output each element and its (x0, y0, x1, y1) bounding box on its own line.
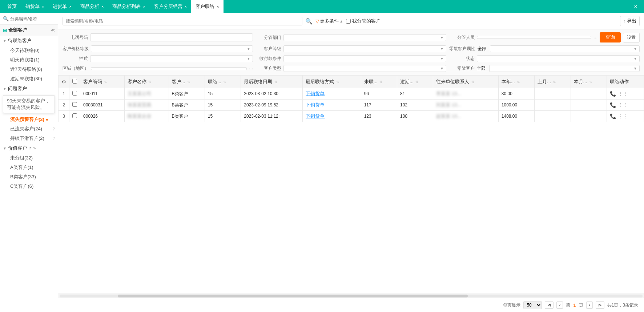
row3-actions: 📞 ⋮⋮ (607, 111, 644, 122)
all-customers-header[interactable]: ⊞ 全部客户 ≪ (0, 25, 58, 36)
row2-phone-icon[interactable]: 📞 (610, 102, 616, 108)
row3-num: 3 (59, 111, 69, 122)
th-this-month[interactable]: 本月... ⇅ (571, 76, 607, 88)
payment-select[interactable]: ▼ (283, 55, 446, 62)
main-search-button[interactable]: 🔍 (305, 18, 313, 25)
customer-level-select[interactable]: ▼ (283, 45, 446, 52)
settings-gear-icon[interactable]: ⚙ (62, 79, 66, 85)
th-customer-type[interactable]: 客户... ⇅ (169, 76, 205, 88)
last-page-button[interactable]: ⊳ (596, 301, 604, 309)
zero-retail-select2[interactable]: ▼ (489, 65, 640, 72)
filter-row-status: 状态 ▼ (449, 55, 640, 62)
row2-method[interactable]: 下销货单 (303, 100, 361, 111)
horizontal-scrollbar[interactable] (58, 293, 644, 298)
close-tab-customer-tier[interactable]: × (185, 4, 187, 9)
th-last-contact-method[interactable]: 最后联络方式 ⇅ (303, 76, 361, 88)
row2-more-icon[interactable]: ⋮⋮ (618, 102, 628, 108)
price-level-select[interactable]: ▼ (91, 45, 253, 52)
row3-phone-icon[interactable]: 📞 (610, 113, 616, 119)
filter-icon: ▽ (315, 19, 319, 24)
sidebar-item-class-b[interactable]: B类客户(33) (0, 172, 58, 182)
sidebar-item-tomorrow[interactable]: 明天待联络(1) (0, 55, 58, 65)
page-size-select[interactable]: 50 20 100 (523, 301, 542, 309)
region-select[interactable] (91, 67, 247, 70)
region-dots[interactable]: ··· (249, 66, 253, 71)
close-tab-product-list[interactable]: × (143, 4, 145, 9)
tab-home[interactable]: 首页 (3, 0, 21, 13)
sidebar-group-problem[interactable]: ▼ 问题客户 (0, 84, 58, 94)
row1-checkbox[interactable] (69, 88, 80, 100)
refresh-icon[interactable]: ↺ (28, 146, 32, 151)
close-tab-customer-contact[interactable]: × (217, 4, 219, 9)
th-settings[interactable]: ⚙ (59, 76, 69, 88)
row1-contact-count: 15 (205, 88, 241, 100)
sort-overdue-icon: ⇅ (415, 80, 418, 84)
row2-unlink: 117 (361, 100, 397, 111)
next-page-button[interactable]: › (586, 301, 593, 309)
settings-button[interactable]: 设置 (623, 33, 640, 42)
export-button[interactable]: ↑ 导出 (620, 16, 640, 26)
row3-method[interactable]: 下销货单 (303, 111, 361, 122)
row3-overdue: 108 (397, 111, 433, 122)
sidebar-group-pending[interactable]: ▼ 待联络客户 (0, 36, 58, 46)
my-customers-checkbox[interactable]: 我分管的客户 (346, 18, 381, 24)
dept-select[interactable]: ▼ (283, 34, 446, 41)
gender-select[interactable]: ▼ (90, 55, 253, 62)
th-last-month[interactable]: 上月... ⇅ (535, 76, 571, 88)
sidebar-item-class-c[interactable]: C类客户(6) (0, 182, 58, 191)
sidebar-item-churn-warning[interactable]: 流失预警客户(3) ● (0, 115, 58, 124)
app-close-button[interactable]: × (630, 1, 641, 12)
close-tab-product-analysis[interactable]: × (101, 4, 104, 9)
row2-contacts: 刘某某 13... (433, 100, 498, 111)
tab-customer-tier[interactable]: 客户分层经营 × (150, 0, 191, 13)
sidebar-item-overdue-contact[interactable]: 逾期未联络(30) (0, 74, 58, 84)
th-name[interactable]: 客户名称 ⇅ (124, 76, 169, 88)
th-contact-count[interactable]: 联络... ⇅ (205, 76, 241, 88)
person-select[interactable] (477, 36, 591, 39)
th-contacts[interactable]: 往来单位联系人 ⇅ (433, 76, 498, 88)
row3-more-icon[interactable]: ⋮⋮ (618, 113, 628, 119)
row1-last-date: 2023-03-02 10:30: (241, 88, 303, 100)
tab-sales[interactable]: 销货单 × (21, 0, 48, 13)
sidebar-search-input[interactable] (10, 16, 58, 21)
main-search-input[interactable] (63, 17, 302, 25)
sidebar-item-class-a[interactable]: A类客户(1) (0, 163, 58, 172)
th-checkbox[interactable] (69, 76, 80, 88)
sidebar-item-churned[interactable]: 已流失客户(24) ? (0, 124, 58, 134)
customer-type-select[interactable]: ▼ (283, 65, 446, 72)
close-tab-sales[interactable]: × (42, 4, 44, 9)
tab-customer-contact[interactable]: 客户联络 × (191, 0, 223, 13)
scroll-thumb[interactable] (118, 295, 467, 297)
row3-checkbox[interactable] (69, 111, 80, 122)
edit-icon[interactable]: ✎ (33, 146, 36, 151)
my-customers-check[interactable] (346, 19, 351, 24)
status-select[interactable]: ▼ (477, 55, 640, 62)
row1-method[interactable]: 下销货单 (303, 88, 361, 100)
tab-purchase[interactable]: 进货单 × (48, 0, 76, 13)
tab-product-list[interactable]: 商品分析列表 × (108, 0, 149, 13)
zero-retail-attr-select[interactable]: ▼ (490, 45, 640, 52)
th-overdue[interactable]: 逾期... ⇅ (397, 76, 433, 88)
phone-input[interactable] (90, 33, 253, 41)
th-unlink-days[interactable]: 未联... ⇅ (361, 76, 397, 88)
prev-page-button[interactable]: ‹ (556, 301, 563, 309)
row1-phone-icon[interactable]: 📞 (610, 91, 616, 97)
first-page-button[interactable]: ⊲ (545, 301, 554, 309)
sidebar-item-7days[interactable]: 近7天待联络(0) (0, 65, 58, 74)
close-tab-purchase[interactable]: × (69, 4, 71, 9)
th-code[interactable]: 客户编码 ⇅ (80, 76, 125, 88)
row1-more-icon[interactable]: ⋮⋮ (618, 91, 628, 97)
person-dots[interactable]: ··· (593, 35, 597, 40)
row2-checkbox[interactable] (69, 100, 80, 111)
sidebar-item-unclassified[interactable]: 未分组(32) (0, 153, 58, 163)
collapse-all-icon[interactable]: ≪ (51, 28, 55, 33)
select-all-checkbox[interactable] (72, 79, 77, 84)
sidebar-group-value[interactable]: ▼ 价值客户 ↺ ✎ (0, 143, 58, 153)
query-button[interactable]: 查询 (600, 32, 621, 42)
sidebar-item-declining[interactable]: 持续下滑客户(2) ? (0, 134, 58, 143)
tab-product-analysis[interactable]: 商品分析 × (76, 0, 108, 13)
th-last-contact-date[interactable]: 最后联络日期 ⇅ (241, 76, 303, 88)
more-filter-button[interactable]: ▽ 更多条件 ▲ (315, 18, 343, 24)
sidebar-item-today[interactable]: 今天待联络(0) (0, 46, 58, 55)
th-this-year[interactable]: 本年... ⇅ (498, 76, 534, 88)
